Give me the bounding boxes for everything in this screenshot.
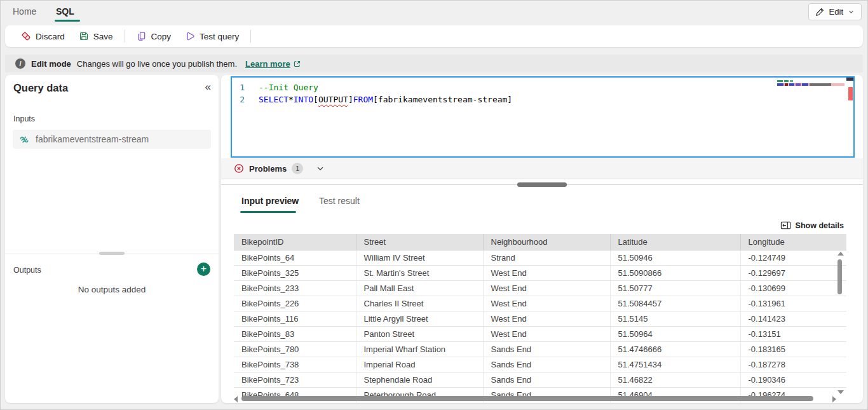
table-cell[interactable]: -0.141423 [740, 311, 846, 326]
scroll-down-arrow-icon[interactable] [837, 390, 844, 394]
discard-label: Discard [36, 32, 65, 41]
table-cell[interactable]: Little Argyll Street [356, 311, 483, 326]
scroll-up-arrow-icon[interactable] [837, 252, 844, 256]
tab-home[interactable]: Home [13, 6, 36, 17]
active-tab-underline [55, 20, 80, 22]
scroll-left-arrow-icon[interactable] [234, 396, 238, 402]
table-cell[interactable]: BikePoints_116 [234, 311, 356, 326]
table-cell[interactable]: -0.130699 [740, 280, 846, 296]
edit-mode-banner: i Edit mode Changes will go live once yo… [5, 55, 863, 72]
table-cell[interactable]: BikePoints_738 [234, 357, 356, 372]
collapse-panel-icon[interactable]: « [205, 81, 211, 93]
table-vertical-scrollbar[interactable] [836, 250, 844, 395]
table-cell[interactable]: -0.124749 [740, 250, 846, 265]
table-cell[interactable]: West End [483, 280, 610, 296]
copy-label: Copy [151, 32, 172, 41]
column-header[interactable]: Latitude [610, 234, 740, 250]
table-cell[interactable]: West End [483, 296, 610, 311]
vertical-scrollbar-thumb[interactable] [837, 259, 842, 294]
query-data-panel: Query data « Inputs fabrikameventstream-… [5, 75, 219, 403]
table-cell[interactable]: 51.4751434 [610, 357, 740, 372]
problems-bar[interactable]: Problems 1 [221, 158, 863, 179]
table-cell[interactable]: St. Martin's Street [356, 265, 483, 280]
discard-button[interactable]: Discard [14, 28, 72, 44]
table-cell[interactable]: Imperial Road [356, 357, 483, 372]
table-row[interactable]: BikePoints_325St. Martin's StreetWest En… [234, 265, 846, 280]
test-query-button[interactable]: Test query [178, 28, 246, 44]
save-button[interactable]: Save [72, 28, 120, 44]
table-cell[interactable]: West End [483, 326, 610, 341]
table-cell[interactable]: Charles II Street [356, 296, 483, 311]
table-row[interactable]: BikePoints_64William IV StreetStrand51.5… [234, 250, 846, 265]
table-cell[interactable]: BikePoints_723 [234, 372, 356, 387]
tab-sql[interactable]: SQL [56, 6, 74, 17]
banner-message: Changes will go live once you publish th… [77, 59, 237, 69]
table-row[interactable]: BikePoints_723Stephendale RoadSands End5… [234, 372, 846, 387]
add-output-button[interactable]: + [197, 263, 210, 276]
table-cell[interactable]: BikePoints_780 [234, 341, 356, 357]
table-cell[interactable]: -0.13151 [740, 326, 846, 341]
table-cell[interactable]: 51.50964 [610, 326, 740, 341]
table-cell[interactable]: -0.131961 [740, 296, 846, 311]
table-row[interactable]: BikePoints_738Imperial RoadSands End51.4… [234, 357, 846, 372]
column-header[interactable]: Neighbourhood [483, 234, 610, 250]
table-cell[interactable]: Sands End [483, 357, 610, 372]
table-cell[interactable]: BikePoints_325 [234, 265, 356, 280]
table-cell[interactable]: Strand [483, 250, 610, 265]
table-cell[interactable]: Stephendale Road [356, 372, 483, 387]
table-cell[interactable]: 51.5090866 [610, 265, 740, 280]
table-cell[interactable]: BikePoints_83 [234, 326, 356, 341]
column-header[interactable]: Street [356, 234, 483, 250]
sidebar-resize-handle[interactable] [99, 252, 125, 255]
table-row[interactable]: BikePoints_233Pall Mall EastWest End51.5… [234, 280, 846, 296]
table-cell[interactable]: 51.4746666 [610, 341, 740, 357]
show-details-button[interactable]: Show details [780, 220, 844, 231]
table-cell[interactable]: 51.50777 [610, 280, 740, 296]
problems-chevron-down-icon[interactable] [316, 164, 325, 173]
table-cell[interactable]: Sands End [483, 372, 610, 387]
copy-button[interactable]: Copy [130, 28, 179, 44]
tab-input-preview[interactable]: Input preview [241, 196, 299, 206]
sql-code-editor[interactable]: 1--Init Query2SELECT * INTO [OUTPUT] FRO… [231, 76, 855, 158]
input-item-eventstream[interactable]: fabrikameventstream-stream [13, 130, 211, 149]
tab-test-result[interactable]: Test result [319, 196, 360, 206]
table-row[interactable]: BikePoints_226Charles II StreetWest End5… [234, 296, 846, 311]
table-cell[interactable]: -0.183165 [740, 341, 846, 357]
edit-mode-dropdown-button[interactable]: Edit [808, 3, 862, 20]
code-line[interactable]: 2SELECT * INTO [OUTPUT] FROM [fabrikamev… [232, 93, 853, 106]
table-cell[interactable]: BikePoints_64 [234, 250, 356, 265]
table-cell[interactable]: West End [483, 311, 610, 326]
table-row[interactable]: BikePoints_780Imperial Wharf StationSand… [234, 341, 846, 357]
table-row[interactable]: BikePoints_116Little Argyll StreetWest E… [234, 311, 846, 326]
table-cell[interactable]: 51.46822 [610, 372, 740, 387]
sql-token: OUTPUT [318, 93, 348, 106]
learn-more-link[interactable]: Learn more [245, 59, 301, 69]
editor-minimap[interactable] [777, 80, 844, 86]
panel-resize-handle[interactable] [517, 182, 567, 187]
horizontal-scrollbar-thumb[interactable] [241, 396, 813, 401]
table-cell[interactable]: Pall Mall East [356, 280, 483, 296]
table-cell[interactable]: 51.5145 [610, 311, 740, 326]
eraser-icon [21, 31, 31, 41]
table-cell[interactable]: 51.50946 [610, 250, 740, 265]
sql-token: [fabrikameventstream-stream] [373, 93, 512, 106]
table-horizontal-scrollbar[interactable] [234, 395, 836, 402]
table-cell[interactable]: William IV Street [356, 250, 483, 265]
table-cell[interactable]: 51.5084457 [610, 296, 740, 311]
column-header[interactable]: BikepointID [234, 234, 356, 250]
table-row[interactable]: BikePoints_83Panton StreetWest End51.509… [234, 326, 846, 341]
table-cell[interactable]: BikePoints_233 [234, 280, 356, 296]
table-cell[interactable]: BikePoints_226 [234, 296, 356, 311]
minimap-slider[interactable] [846, 78, 853, 81]
table-cell[interactable]: Imperial Wharf Station [356, 341, 483, 357]
table-cell[interactable]: -0.190346 [740, 372, 846, 387]
code-line[interactable]: 1--Init Query [232, 81, 853, 93]
error-circle-icon [234, 163, 244, 174]
table-cell[interactable]: -0.129697 [740, 265, 846, 280]
table-cell[interactable]: Panton Street [356, 326, 483, 341]
table-cell[interactable]: Sands End [483, 341, 610, 357]
table-cell[interactable]: West End [483, 265, 610, 280]
scroll-right-arrow-icon[interactable] [832, 396, 836, 402]
table-cell[interactable]: -0.187278 [740, 357, 846, 372]
column-header[interactable]: Longitude [740, 234, 846, 250]
